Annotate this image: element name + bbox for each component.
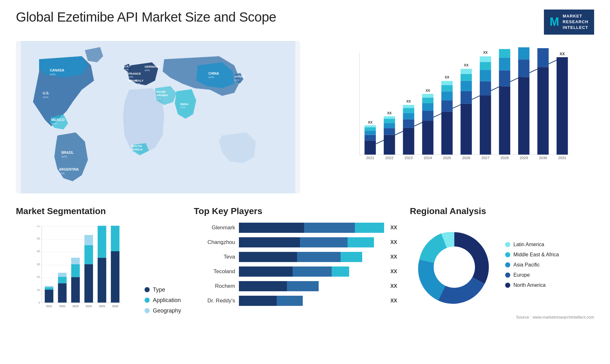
svg-text:xx%: xx% [124, 68, 129, 71]
bar-seg3 [355, 223, 384, 233]
svg-rect-52 [403, 119, 414, 128]
donut-chart [410, 223, 499, 312]
svg-text:XX: XX [483, 51, 488, 54]
legend-type: Type [145, 286, 181, 293]
player-xx-drreddy: XX [390, 298, 397, 304]
key-players-section: Top Key Players Glenmark XX Changzhou XX… [194, 206, 397, 320]
donut-svg [410, 223, 499, 312]
bar-seg3 [341, 252, 362, 262]
svg-rect-125 [58, 273, 66, 277]
svg-text:CANADA: CANADA [50, 68, 64, 72]
logo-area: M MARKET RESEARCH INTELLECT [544, 10, 594, 35]
player-glenmark: Glenmark XX [194, 223, 397, 233]
segmentation-legend: Type Application Geography [145, 286, 181, 318]
bar-seg2 [297, 252, 341, 262]
bar-seg2 [287, 281, 319, 291]
svg-rect-40 [364, 127, 376, 131]
svg-rect-67 [441, 91, 453, 100]
svg-text:2021: 2021 [366, 156, 374, 160]
svg-text:2027: 2027 [481, 156, 490, 160]
svg-rect-87 [499, 70, 511, 86]
svg-text:2028: 2028 [500, 156, 509, 160]
bar-seg1 [239, 223, 304, 233]
svg-text:XX: XX [502, 47, 507, 48]
legend-type-dot [145, 287, 150, 292]
player-bar-teva [239, 252, 384, 262]
svg-rect-76 [461, 69, 472, 74]
svg-rect-38 [364, 135, 376, 140]
svg-rect-135 [98, 258, 106, 302]
svg-rect-41 [364, 125, 376, 127]
legend-europe: Europe [505, 272, 594, 278]
svg-text:XX: XX [368, 120, 373, 124]
svg-text:40: 40 [37, 249, 40, 253]
svg-text:xx%: xx% [135, 82, 141, 85]
svg-text:BRAZIL: BRAZIL [61, 151, 74, 154]
legend-geo-dot [145, 308, 150, 313]
svg-text:2023: 2023 [72, 305, 78, 308]
svg-rect-66 [441, 100, 453, 112]
svg-rect-120 [45, 287, 53, 290]
svg-rect-132 [85, 245, 93, 264]
label-europe: Europe [513, 272, 530, 278]
segmentation-chart: 0 10 20 30 40 50 60 [16, 223, 138, 318]
dot-latin-america [505, 242, 510, 247]
page-title: Global Ezetimibe API Market Size and Sco… [16, 10, 276, 25]
svg-text:xx%: xx% [145, 69, 150, 72]
svg-rect-45 [384, 128, 395, 135]
svg-rect-59 [422, 111, 434, 121]
svg-rect-55 [403, 105, 414, 108]
svg-text:2030: 2030 [539, 156, 547, 160]
legend-latin-america: Latin America [505, 242, 594, 247]
svg-text:2026: 2026 [462, 156, 471, 160]
player-name-glenmark: Glenmark [194, 225, 235, 231]
svg-rect-88 [499, 57, 511, 70]
svg-rect-139 [111, 251, 119, 303]
legend-app-label: Application [153, 297, 181, 304]
svg-text:2022: 2022 [59, 305, 65, 308]
svg-rect-46 [384, 123, 395, 128]
logo-line3: INTELLECT [563, 25, 588, 30]
svg-text:2023: 2023 [404, 156, 413, 160]
label-north-america: North America [513, 282, 546, 288]
player-name-drreddy: Dr. Reddy's [194, 298, 235, 304]
svg-rect-97 [537, 67, 549, 155]
svg-rect-133 [85, 235, 93, 245]
svg-text:GERMANY: GERMANY [145, 65, 160, 68]
top-section: CANADA xx% U.S. xx% MEXICO xx% BRAZIL xx… [16, 41, 594, 193]
player-teva: Teva XX [194, 252, 397, 262]
bar-seg1 [239, 237, 300, 247]
svg-rect-140 [111, 223, 119, 251]
svg-text:XX: XX [445, 75, 450, 79]
svg-text:XX: XX [425, 88, 430, 92]
svg-text:xx%: xx% [128, 82, 133, 85]
svg-rect-39 [364, 131, 376, 135]
svg-text:xx%: xx% [59, 171, 65, 175]
svg-text:2021: 2021 [46, 305, 52, 308]
seg-chart-svg: 0 10 20 30 40 50 60 [16, 223, 138, 318]
player-name-rochem: Rochem [194, 283, 235, 289]
svg-text:XX: XX [406, 99, 411, 103]
bar-seg2 [277, 296, 303, 306]
svg-rect-128 [71, 264, 80, 277]
svg-text:xx%: xx% [61, 154, 67, 158]
legend-application: Application [145, 297, 181, 304]
svg-rect-86 [499, 86, 511, 154]
svg-text:FRANCE: FRANCE [128, 71, 141, 75]
svg-text:SOUTH: SOUTH [131, 144, 142, 148]
svg-rect-47 [384, 118, 395, 123]
svg-text:ARABIA: ARABIA [156, 93, 168, 97]
svg-text:2029: 2029 [520, 156, 528, 160]
svg-rect-62 [422, 94, 434, 98]
svg-rect-82 [480, 62, 491, 70]
svg-text:10: 10 [37, 288, 40, 291]
svg-rect-79 [480, 95, 491, 155]
svg-rect-123 [58, 283, 66, 302]
regional-title: Regional Analysis [410, 206, 594, 216]
regional-legend: Latin America Middle East & Africa Asia … [505, 242, 594, 293]
svg-rect-68 [441, 85, 453, 91]
svg-rect-119 [45, 290, 53, 303]
player-xx-tecoland: XX [390, 269, 397, 274]
svg-text:xx%: xx% [234, 78, 240, 81]
bar-seg1 [239, 266, 293, 277]
